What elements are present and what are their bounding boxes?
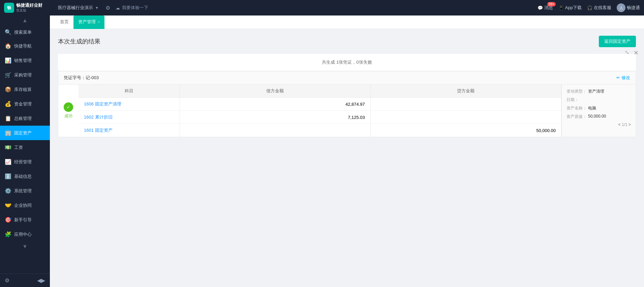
- sidebar-item-label: 资金管理: [14, 101, 32, 107]
- sidebar-item-ledger[interactable]: 📋 总账管理: [0, 111, 50, 126]
- message-icon: 💬: [538, 5, 543, 10]
- sidebar-item-label: 新手引导: [14, 217, 32, 223]
- subject-cell[interactable]: 1602 累计折旧: [79, 111, 180, 124]
- sidebar-item-enterprise[interactable]: 🤝 企业协同: [0, 198, 50, 213]
- operations-icon: 📈: [5, 159, 11, 165]
- subject-cell[interactable]: 1601 固定资产: [79, 124, 180, 137]
- sidebar-item-label: 总账管理: [14, 116, 32, 122]
- prev-page-button[interactable]: <: [618, 122, 621, 127]
- change-type-label: 变动类型：: [566, 89, 587, 94]
- info-icon: ℹ️: [5, 173, 11, 180]
- sidebar-item-salary[interactable]: 💵 工资: [0, 140, 50, 155]
- logo-main: 畅捷通好业财: [16, 3, 42, 8]
- original-value-value: 50,000.00: [588, 114, 606, 119]
- tab-home-label: 首页: [60, 19, 69, 25]
- next-page-button[interactable]: >: [628, 122, 631, 127]
- scroll-up-indicator: ▲: [0, 15, 50, 26]
- sidebar-item-label: 应用中心: [14, 231, 32, 237]
- table-row: 1606 固定资产清理42,874.97: [79, 98, 561, 111]
- tab-asset-label: 资产管理: [78, 19, 96, 25]
- edit-button[interactable]: ✏ 修改: [616, 75, 630, 81]
- credit-cell: 50,000.00: [370, 124, 561, 137]
- debit-cell: [180, 124, 370, 137]
- original-value-row: 资产原值： 50,000.00: [566, 114, 631, 120]
- user-name: 畅捷通: [627, 5, 640, 11]
- expand-button[interactable]: ⤡: [625, 49, 629, 56]
- asset-name-value: 电脑: [588, 105, 596, 111]
- inventory-icon: 📦: [5, 86, 11, 93]
- sidebar-item-sales[interactable]: 📊 销售管理: [0, 53, 50, 68]
- result-card: 共生成 1张凭证，0张失败 凭证字号：记-003 ✏ 修改 ✓ 成功: [58, 54, 636, 137]
- settings-icon[interactable]: ⚙: [103, 5, 113, 11]
- sidebar-item-search[interactable]: 🔍 搜索菜单: [0, 26, 50, 39]
- scroll-down-indicator: ▼: [0, 242, 50, 252]
- guide-icon: 🎯: [5, 217, 11, 223]
- credit-cell: [370, 111, 561, 124]
- col-debit: 借方金额: [180, 85, 370, 98]
- credit-cell: [370, 98, 561, 111]
- experience-button[interactable]: ☁ 我要体验一下: [113, 5, 151, 11]
- table-row: 1602 累计折旧7,125.03: [79, 111, 561, 124]
- fixed-assets-icon: 🏢: [5, 130, 11, 136]
- app-download-button[interactable]: 📱 App下载: [558, 5, 582, 11]
- sidebar-item-guide[interactable]: 🎯 新手引导: [0, 213, 50, 227]
- tab-close-icon[interactable]: ×: [98, 20, 100, 24]
- page-header: 本次生成的结果 返回固定资产: [58, 36, 636, 47]
- sidebar-settings-icon[interactable]: ⚙: [5, 277, 9, 284]
- avatar: 人: [617, 3, 625, 12]
- success-icon: ✓: [64, 102, 73, 112]
- scroll-down-button[interactable]: ▼: [22, 244, 28, 250]
- change-type-value: 资产清理: [588, 89, 604, 94]
- company-name: 医疗器械行业演示: [58, 5, 93, 11]
- customer-service-button[interactable]: 🎧 在线客服: [587, 5, 611, 11]
- sidebar-item-quick-nav[interactable]: 🏠 快捷导航: [0, 39, 50, 53]
- page-info: 1/1: [622, 122, 628, 127]
- tab-asset-management[interactable]: 资产管理 ×: [73, 15, 104, 29]
- success-indicator: ✓ 成功: [58, 85, 79, 137]
- sidebar-item-operations[interactable]: 📈 经营管理: [0, 155, 50, 169]
- search-icon: 🔍: [5, 29, 11, 35]
- purchase-icon: 🛒: [5, 72, 11, 78]
- sidebar-item-purchase[interactable]: 🛒 采购管理: [0, 68, 50, 82]
- scroll-up-button[interactable]: ▲: [22, 18, 28, 24]
- sidebar-item-basic-info[interactable]: ℹ️ 基础信息: [0, 169, 50, 184]
- sidebar: ▲ 🔍 搜索菜单 🏠 快捷导航 📊 销售管理 🛒 采购管理 📦 库存核算 💰 资…: [0, 15, 50, 287]
- close-button[interactable]: ✕: [634, 49, 639, 57]
- side-panel: 变动类型： 资产清理 日期： 资产名称： 电脑: [561, 85, 636, 137]
- sidebar-item-app-center[interactable]: 🧩 应用中心: [0, 227, 50, 242]
- sidebar-item-inventory[interactable]: 📦 库存核算: [0, 82, 50, 97]
- sidebar-item-label: 搜索菜单: [14, 29, 32, 35]
- success-label: 成功: [64, 113, 72, 119]
- change-type-row: 变动类型： 资产清理: [566, 89, 631, 94]
- return-button[interactable]: 返回固定资产: [599, 36, 636, 47]
- chevron-down-icon: ▼: [95, 6, 99, 10]
- sidebar-item-label: 固定资产: [14, 130, 32, 136]
- user-menu[interactable]: 人 畅捷通: [617, 3, 640, 12]
- subject-cell[interactable]: 1606 固定资产清理: [79, 98, 180, 111]
- pagination: < 1/1 >: [566, 122, 631, 127]
- sidebar-toggle-icon[interactable]: ◀▶: [37, 277, 45, 284]
- sidebar-item-label: 系统管理: [14, 188, 32, 194]
- page-content: ⤡ ✕ 本次生成的结果 返回固定资产 共生成 1张凭证，0张失败 凭证字号：记-…: [50, 29, 644, 287]
- sidebar-item-label: 采购管理: [14, 72, 32, 78]
- result-summary: 共生成 1张凭证，0张失败: [58, 54, 636, 71]
- salary-icon: 💵: [5, 144, 11, 151]
- enterprise-icon: 🤝: [5, 202, 11, 209]
- company-selector[interactable]: 医疗器械行业演示 ▼: [54, 5, 103, 11]
- message-badge: 99+: [547, 2, 556, 6]
- sidebar-item-system[interactable]: ⚙️ 系统管理: [0, 184, 50, 198]
- tab-home[interactable]: 首页: [55, 15, 73, 29]
- voucher-table-wrap: 科目 借方金额 贷方金额 1606 固定资产清理42,874.971602 累计…: [79, 85, 561, 137]
- summary-text: 共生成 1张凭证，0张失败: [322, 60, 372, 65]
- experience-icon: ☁: [116, 5, 120, 10]
- col-credit: 贷方金额: [370, 85, 561, 98]
- system-icon: ⚙️: [5, 188, 11, 194]
- voucher-table: 科目 借方金额 贷方金额 1606 固定资产清理42,874.971602 累计…: [79, 85, 561, 137]
- sidebar-item-label: 库存核算: [14, 87, 32, 93]
- sidebar-item-finance[interactable]: 💰 资金管理: [0, 97, 50, 111]
- customer-service-label: 在线客服: [594, 5, 611, 11]
- message-button[interactable]: 💬 消息 99+: [538, 5, 553, 11]
- experience-label: 我要体验一下: [122, 5, 148, 11]
- sidebar-item-fixed-assets[interactable]: 🏢 固定资产: [0, 126, 50, 140]
- debit-cell: 7,125.03: [180, 111, 370, 124]
